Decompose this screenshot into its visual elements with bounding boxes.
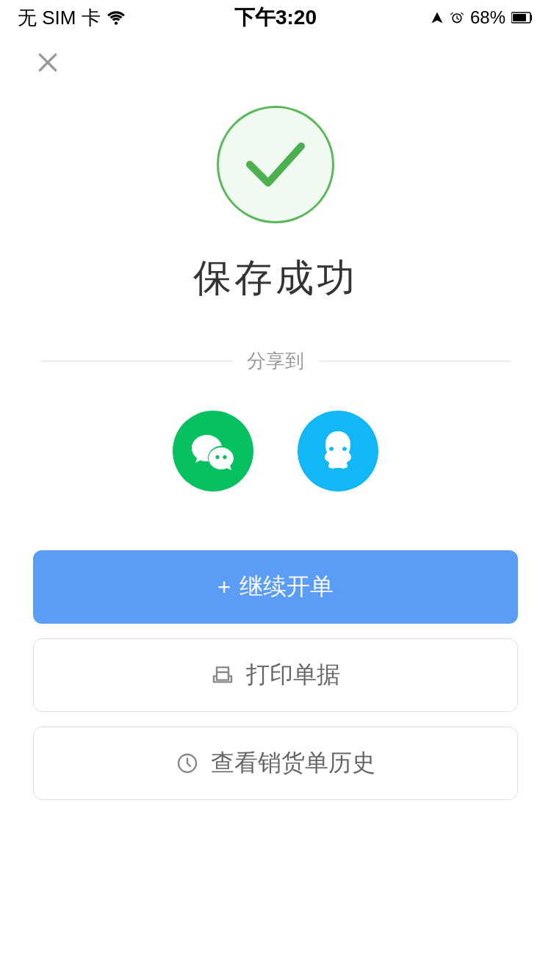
wifi-icon [107,10,126,25]
status-right: 68% [431,7,533,28]
battery-icon [511,12,533,24]
history-button[interactable]: 查看销货单历史 [33,727,518,800]
divider-right [319,361,511,361]
continue-button[interactable]: + 继续开单 [33,550,518,624]
success-title: 保存成功 [193,253,358,304]
close-button[interactable] [29,44,66,81]
status-time: 下午3:20 [234,4,317,32]
history-label: 查看销货单历史 [211,747,375,779]
share-label: 分享到 [247,348,304,374]
location-icon [431,11,444,24]
success-circle [217,106,334,223]
main-content: 保存成功 分享到 [0,32,551,800]
checkmark-icon [242,135,309,194]
continue-label: 继续开单 [240,571,334,603]
action-buttons: + 继续开单 打印单据 查看销货单历史 [33,550,518,800]
status-left: 无 SIM 卡 [18,5,126,31]
printer-icon [211,663,234,687]
no-sim-text: 无 SIM 卡 [18,5,101,31]
share-divider: 分享到 [40,348,511,374]
share-icons [173,411,378,491]
qq-share-button[interactable] [298,411,378,491]
svg-rect-9 [217,672,228,680]
qq-icon [316,429,360,473]
print-button[interactable]: 打印单据 [33,638,518,712]
continue-plus-icon: + [217,574,231,601]
battery-percent: 68% [470,7,505,28]
divider-left [40,361,232,361]
wechat-share-button[interactable] [173,411,253,491]
svg-rect-8 [328,464,347,468]
clock-icon [176,752,199,775]
status-bar: 无 SIM 卡 下午3:20 68% [0,0,551,32]
close-icon [36,51,60,74]
svg-rect-3 [513,14,526,21]
print-label: 打印单据 [246,659,340,691]
wechat-icon [191,429,235,473]
alarm-icon [450,10,464,25]
svg-point-0 [115,21,118,24]
svg-point-10 [228,674,230,676]
